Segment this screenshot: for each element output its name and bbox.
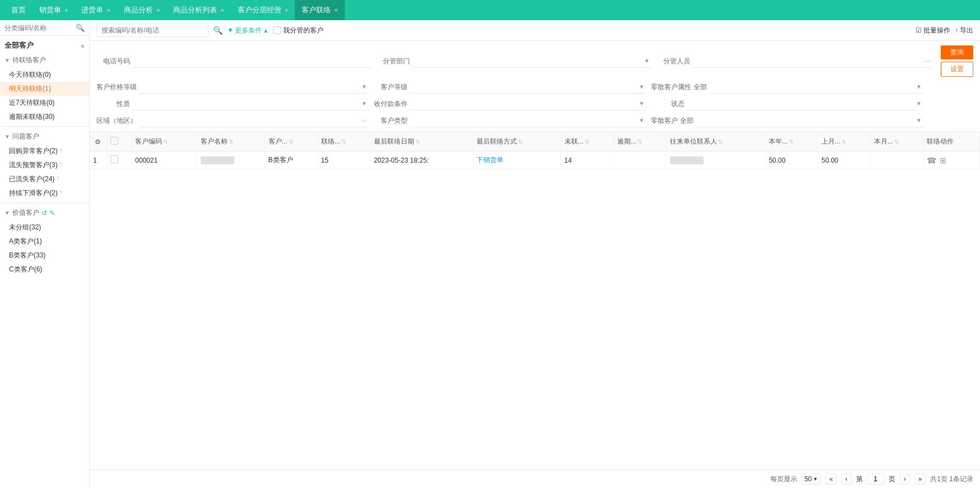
price-level-select[interactable]: ▼	[139, 80, 369, 94]
status-field: 状态 ▼	[651, 97, 924, 111]
per-page-select[interactable]: 50 ▼	[802, 473, 821, 485]
code-col-header[interactable]: 客户编码⇅	[132, 132, 197, 151]
customer-level-select[interactable]: ▼	[410, 80, 647, 94]
my-customers-checkbox[interactable]: 我分管的客户	[273, 26, 323, 35]
close-sales-order-icon[interactable]: ×	[64, 7, 68, 13]
close-product-analysis-list-icon[interactable]: ×	[220, 7, 224, 13]
help-icon-1[interactable]: ?	[59, 148, 63, 154]
pending-contact-group[interactable]: ▼ 待联络客户	[0, 53, 89, 68]
customer-type-col-header[interactable]: 客户...⇅	[265, 132, 317, 151]
select-all-checkbox[interactable]	[110, 137, 118, 145]
close-customer-contact-icon[interactable]: ×	[334, 7, 338, 13]
export-icon: ↑	[955, 26, 958, 34]
payment-label: 收付款条件	[374, 99, 408, 109]
sidebar-item-churn-warning[interactable]: 流失预警客户(3) ?	[0, 158, 89, 172]
sidebar-item-today-contact[interactable]: 今天待联络(0)	[0, 68, 89, 82]
nav-customer-contact[interactable]: 客户联络 ×	[295, 0, 344, 20]
export-button[interactable]: ↑ 导出	[955, 26, 973, 35]
row-checkbox-icon[interactable]	[110, 155, 118, 163]
help-icon-4[interactable]: ?	[59, 190, 63, 196]
prev-page-button[interactable]: ‹	[842, 473, 852, 485]
close-purchase-order-icon[interactable]: ×	[107, 7, 110, 13]
help-icon-3[interactable]: ?	[56, 176, 59, 182]
chevron-down-icon-9: ▼	[916, 117, 922, 123]
nav-customer-segmentation[interactable]: 客户分层经营 ×	[231, 0, 295, 20]
region-input[interactable]: ···	[139, 114, 369, 127]
problem-customers-group[interactable]: ▼ 问题客户	[0, 129, 89, 144]
name-col-header[interactable]: 客户名称⇅	[197, 132, 265, 151]
sidebar-item-ungrouped[interactable]: 未分组(32)	[0, 220, 89, 234]
this-year-col-header[interactable]: 本年...⇅	[765, 132, 818, 151]
filter-row-3: 性质 ▼ 收付款条件 ▼ 状态	[96, 97, 973, 111]
action-icons: ☎ ⊞	[927, 156, 976, 165]
nav-product-analysis-list[interactable]: 商品分析列表 ×	[167, 0, 230, 20]
nav-product-analysis[interactable]: 商品分析 ×	[117, 0, 167, 20]
close-customer-segmentation-icon[interactable]: ×	[285, 7, 288, 13]
collapse-icon[interactable]: «	[81, 42, 85, 50]
last-contact-method-link[interactable]: 下销货单	[477, 156, 503, 164]
manager-input[interactable]: ···	[692, 54, 932, 68]
this-month-col-header[interactable]: 本月...⇅	[871, 132, 923, 151]
action-col-header: 联络动作	[923, 132, 980, 151]
sidebar-item-7days-contact[interactable]: 近7天待联络(0)	[0, 96, 89, 110]
sidebar-item-b-class[interactable]: B类客户(33)	[0, 248, 89, 263]
sidebar-search-input[interactable]	[4, 24, 73, 32]
checkbox-col-header[interactable]	[107, 132, 132, 151]
last-page-button[interactable]: »	[914, 473, 926, 485]
row-name	[197, 151, 265, 169]
more-conditions-button[interactable]: ▼ 更多条件 ▲	[227, 26, 269, 35]
contact-col-header[interactable]: 联络...⇅	[317, 132, 370, 151]
pagination-bar: 每页显示 50 ▼ « ‹ 第 页 › » 共1页 1条记录	[90, 469, 980, 488]
row-checkbox[interactable]	[107, 151, 132, 169]
page-input[interactable]	[867, 473, 884, 485]
query-button[interactable]: 查询	[941, 45, 973, 59]
refresh-icon[interactable]: ↺	[41, 209, 47, 217]
value-customers-group[interactable]: ▼ 价值客户 ↺ ✎	[0, 205, 89, 220]
sidebar-item-churned[interactable]: 已流失客户(24) ?	[0, 172, 89, 186]
nature-select[interactable]: ▼	[132, 97, 369, 111]
last-month-col-header[interactable]: 上月...⇅	[818, 132, 871, 151]
sidebar-item-overdue-contact[interactable]: 逾期未联络(30)	[0, 110, 89, 124]
sidebar-item-repurchase-anomaly[interactable]: 回购异常客户(2) ?	[0, 144, 89, 158]
next-page-button[interactable]: ›	[900, 473, 910, 485]
retail-customer-select[interactable]: ▼	[696, 114, 924, 127]
nav-purchase-order[interactable]: 进货单 ×	[75, 0, 117, 20]
set-button[interactable]: 设置	[941, 62, 973, 77]
partner-contact-col-header[interactable]: 往来单位联系人⇅	[666, 132, 765, 151]
edit-icon[interactable]: ✎	[49, 209, 55, 217]
last-contact-method-col-header[interactable]: 最后联络方式⇅	[473, 132, 561, 151]
sidebar-item-declining[interactable]: 持续下滑客户(2) ?	[0, 186, 89, 200]
nav-home[interactable]: 首页	[4, 0, 33, 20]
chevron-down-icon-3: ▼	[639, 84, 644, 90]
search-input[interactable]	[96, 24, 209, 37]
close-product-analysis-icon[interactable]: ×	[156, 7, 160, 13]
last-contact-date-col-header[interactable]: 最后联络日期⇅	[370, 132, 473, 151]
overdue-col-header[interactable]: 逾期...⇅	[613, 132, 666, 151]
batch-operation-button[interactable]: ☑ 批量操作	[916, 26, 950, 35]
dept-select[interactable]: ▼	[412, 54, 651, 68]
status-select[interactable]: ▼	[687, 97, 924, 111]
nav-sales-order[interactable]: 销货单 ×	[33, 0, 75, 20]
sidebar-item-tomorrow-contact[interactable]: 明天待联络(1)	[0, 82, 89, 96]
phone-input[interactable]	[132, 54, 372, 68]
help-icon-2[interactable]: ?	[59, 162, 63, 168]
payment-select[interactable]: ▼	[410, 97, 647, 111]
phone-action-icon[interactable]: ☎	[927, 156, 936, 165]
sidebar-item-c-class[interactable]: C类客户(6)	[0, 263, 89, 277]
sidebar-search-icon[interactable]: 🔍	[76, 24, 85, 32]
no-contact-col-header[interactable]: 未联...⇅	[561, 132, 613, 151]
payment-field: 收付款条件 ▼	[374, 97, 647, 111]
customer-type-select[interactable]: ▼	[410, 114, 647, 127]
settings-col-header[interactable]: ⚙	[90, 132, 107, 151]
checkbox-icon[interactable]	[273, 26, 281, 34]
retail-attr-select[interactable]: ▼	[709, 80, 924, 94]
more-icon[interactable]: ···	[924, 57, 930, 65]
first-page-button[interactable]: «	[825, 473, 837, 485]
sidebar-item-a-class[interactable]: A类客户(1)	[0, 234, 89, 248]
search-button-icon[interactable]: 🔍	[213, 26, 223, 35]
row-last-contact-method[interactable]: 下销货单	[473, 151, 561, 169]
sort-icon-9: ⇅	[718, 139, 723, 145]
row-code: 000021	[132, 151, 197, 169]
more-icon-2[interactable]: ···	[362, 117, 367, 125]
grid-action-icon[interactable]: ⊞	[940, 156, 946, 165]
